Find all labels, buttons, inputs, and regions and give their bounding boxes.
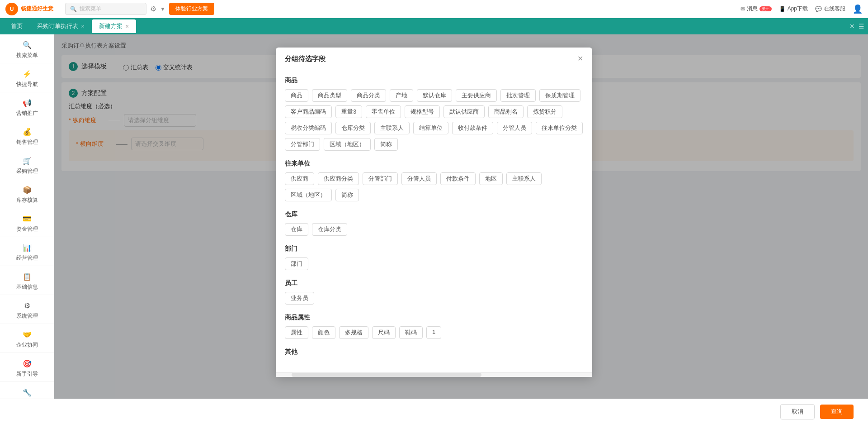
basic-icon: 📋 bbox=[22, 272, 32, 281]
inventory-icon: 📦 bbox=[22, 185, 32, 195]
field-goods[interactable]: 商品 bbox=[285, 89, 308, 102]
field-default-supplier[interactable]: 默认供应商 bbox=[443, 105, 485, 118]
apps-icon: 🔧 bbox=[22, 387, 32, 397]
online-service-btn[interactable]: 💬 在线客服 bbox=[815, 5, 845, 13]
field-warehouse-category[interactable]: 仓库分类 bbox=[335, 122, 371, 134]
field-weight[interactable]: 重量3 bbox=[335, 105, 362, 118]
field-salesperson[interactable]: 业务员 bbox=[285, 292, 314, 305]
field-shelf-life[interactable]: 保质期管理 bbox=[539, 89, 580, 102]
field-batch-mgmt[interactable]: 批次管理 bbox=[500, 89, 536, 102]
partner-fields: 供应商 供应商分类 分管部门 分管人员 付款条件 地区 主联系人 区域（地区） … bbox=[285, 172, 583, 201]
sidebar-item-system[interactable]: ⚙ 系统管理 bbox=[0, 295, 54, 324]
sidebar-item-sales[interactable]: 💰 销售管理 bbox=[0, 121, 54, 150]
system-icon: ⚙ bbox=[22, 300, 32, 310]
sidebar-item-purchase[interactable]: 🛒 采购管理 bbox=[0, 150, 54, 179]
modal-close-btn[interactable]: ✕ bbox=[577, 55, 583, 62]
section-goods-attr: 商品属性 属性 颜色 多规格 尺码 鞋码 1 bbox=[285, 314, 583, 339]
trial-btn[interactable]: 体验行业方案 bbox=[169, 3, 214, 15]
section-employee: 员工 业务员 bbox=[285, 279, 583, 305]
field-supplier-category[interactable]: 供应商分类 bbox=[318, 172, 359, 185]
field-retail-unit[interactable]: 零售单位 bbox=[366, 105, 401, 118]
field-shoe-size[interactable]: 鞋码 bbox=[399, 326, 423, 339]
search-box[interactable]: 🔍 搜索菜单 bbox=[65, 3, 146, 15]
field-goods-category[interactable]: 商品分类 bbox=[351, 89, 386, 102]
field-main-supplier[interactable]: 主要供应商 bbox=[456, 89, 497, 102]
user-avatar[interactable]: 👤 bbox=[853, 4, 863, 14]
field-partner-category[interactable]: 往来单位分类 bbox=[536, 122, 583, 134]
sidebar-item-inventory[interactable]: 📦 库存核算 bbox=[0, 179, 54, 208]
collab-icon: 🤝 bbox=[22, 329, 32, 339]
tab-menu-icon[interactable]: ☰ bbox=[859, 23, 864, 30]
section-employee-title: 员工 bbox=[285, 279, 583, 287]
section-warehouse-title: 仓库 bbox=[285, 210, 583, 219]
field-region[interactable]: 区域（地区） bbox=[324, 138, 371, 151]
tab-purchase-close[interactable]: ✕ bbox=[81, 24, 85, 29]
field-default-warehouse[interactable]: 默认仓库 bbox=[417, 89, 452, 102]
hscroll-thumb bbox=[292, 373, 481, 377]
sidebar-item-finance[interactable]: 💳 资金管理 bbox=[0, 208, 54, 237]
field-multi-spec[interactable]: 多规格 bbox=[339, 326, 368, 339]
field-short-name2[interactable]: 简称 bbox=[335, 189, 359, 201]
operations-icon: 📊 bbox=[22, 243, 32, 252]
gear-icon[interactable]: ⚙ bbox=[150, 5, 156, 13]
sidebar: 🔍 搜索菜单 ⚡ 快捷导航 📢 营销推广 💰 销售管理 🛒 采购管理 📦 库存核… bbox=[0, 34, 54, 424]
field-attr-1[interactable]: 1 bbox=[426, 326, 441, 339]
avatar-icon: 👤 bbox=[853, 4, 863, 14]
cancel-button[interactable]: 取消 bbox=[780, 404, 815, 419]
section-partner: 往来单位 供应商 供应商分类 分管部门 分管人员 付款条件 地区 主联系人 区域… bbox=[285, 160, 583, 201]
field-person[interactable]: 分管人员 bbox=[401, 172, 437, 185]
app-download-btn[interactable]: 📱 App下载 bbox=[779, 5, 808, 13]
field-spec-type[interactable]: 规格型号 bbox=[405, 105, 440, 118]
nav-dropdown-icon[interactable]: ▼ bbox=[160, 6, 165, 12]
sidebar-item-operations[interactable]: 📊 经营管理 bbox=[0, 237, 54, 266]
field-payment-terms[interactable]: 收付款条件 bbox=[452, 122, 493, 134]
section-dept: 部门 部门 bbox=[285, 245, 583, 270]
sidebar-item-collab[interactable]: 🤝 企业协同 bbox=[0, 324, 54, 353]
field-tax-code[interactable]: 税收分类编码 bbox=[285, 122, 332, 134]
field-area[interactable]: 地区 bbox=[479, 172, 503, 185]
field-wh-category[interactable]: 仓库分类 bbox=[312, 223, 347, 236]
tab-new-plan-close[interactable]: ✕ bbox=[125, 24, 129, 29]
sidebar-item-marketing[interactable]: 📢 营销推广 bbox=[0, 92, 54, 121]
field-pick-points[interactable]: 拣货积分 bbox=[527, 105, 562, 118]
field-short-name[interactable]: 简称 bbox=[374, 138, 398, 151]
sidebar-item-guide[interactable]: 🎯 新手引导 bbox=[0, 353, 54, 382]
field-color[interactable]: 颜色 bbox=[312, 326, 335, 339]
modal-hscroll[interactable] bbox=[276, 372, 592, 377]
field-select-modal: 分组待选字段 ✕ 商品 商品 商品类型 商品分类 产地 默认仓库 主要供应商 批… bbox=[276, 48, 592, 377]
field-settlement-unit[interactable]: 结算单位 bbox=[413, 122, 448, 134]
field-main-contact[interactable]: 主联系人 bbox=[374, 122, 410, 134]
message-icon: ✉ bbox=[741, 6, 745, 12]
marketing-icon: 📢 bbox=[22, 98, 32, 108]
field-supplier[interactable]: 供应商 bbox=[285, 172, 314, 185]
field-dept-tag[interactable]: 部门 bbox=[285, 257, 308, 270]
field-main-contact2[interactable]: 主联系人 bbox=[506, 172, 542, 185]
field-customer-code[interactable]: 客户商品编码 bbox=[285, 105, 332, 118]
confirm-button[interactable]: 查询 bbox=[820, 405, 854, 419]
tab-home[interactable]: 首页 bbox=[4, 19, 30, 33]
sidebar-item-quicknav[interactable]: ⚡ 快捷导航 bbox=[0, 63, 54, 92]
field-origin[interactable]: 产地 bbox=[390, 89, 413, 102]
message-btn[interactable]: ✉ 消息 99+ bbox=[741, 5, 772, 13]
field-attr[interactable]: 属性 bbox=[285, 326, 308, 339]
sidebar-item-search[interactable]: 🔍 搜索菜单 bbox=[0, 34, 54, 63]
tab-new-plan[interactable]: 新建方案 ✕ bbox=[92, 19, 136, 33]
download-icon: 📱 bbox=[779, 6, 786, 12]
goods-attr-fields: 属性 颜色 多规格 尺码 鞋码 1 bbox=[285, 326, 583, 339]
field-wh[interactable]: 仓库 bbox=[285, 223, 308, 236]
field-size[interactable]: 尺码 bbox=[372, 326, 396, 339]
tab-close-all[interactable]: ✕ bbox=[849, 23, 855, 30]
field-goods-alias[interactable]: 商品别名 bbox=[488, 105, 524, 118]
field-dept-managed[interactable]: 分管部门 bbox=[285, 138, 320, 151]
tab-new-plan-label: 新建方案 bbox=[99, 22, 123, 30]
sidebar-item-basic[interactable]: 📋 基础信息 bbox=[0, 266, 54, 295]
field-manager[interactable]: 分管人员 bbox=[497, 122, 532, 134]
field-payment-cond[interactable]: 付款条件 bbox=[440, 172, 476, 185]
section-other: 其他 bbox=[285, 348, 583, 356]
field-region2[interactable]: 区域（地区） bbox=[285, 189, 332, 201]
search-icon: 🔍 bbox=[70, 6, 77, 12]
tab-purchase-list[interactable]: 采购订单执行表 ✕ bbox=[30, 19, 92, 33]
field-dept[interactable]: 分管部门 bbox=[363, 172, 398, 185]
field-goods-type[interactable]: 商品类型 bbox=[312, 89, 347, 102]
message-badge: 99+ bbox=[760, 6, 772, 11]
